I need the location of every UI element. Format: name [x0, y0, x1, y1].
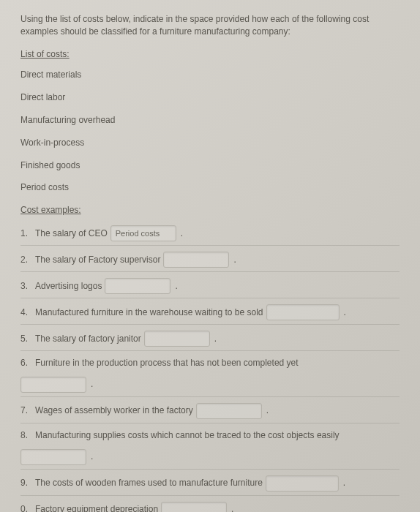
period: . [344, 306, 346, 319]
period: . [214, 333, 217, 345]
example-text: The salary of Factory supervisor [35, 254, 160, 266]
example-number: 9. [20, 477, 28, 489]
example-text: Furniture in the production process that… [35, 357, 299, 369]
period: . [231, 503, 233, 512]
answer-input[interactable] [266, 304, 340, 320]
period: . [91, 378, 93, 391]
answer-input[interactable] [161, 502, 227, 512]
example-row: 3. Advertising logos . [20, 278, 400, 298]
example-row: 4. Manufactured furniture in the warehou… [20, 304, 400, 325]
example-number: 6. [20, 357, 28, 369]
example-text: Factory equipment depreciation [35, 503, 158, 512]
example-row: 7. Wages of assembly worker in the facto… [20, 403, 400, 423]
cost-item: Period costs [20, 181, 400, 194]
example-row: 2. The salary of Factory supervisor . [20, 252, 400, 272]
example-number: 1. [20, 227, 28, 240]
cost-item: Work-in-process [20, 137, 400, 149]
example-number: 5. [20, 333, 28, 345]
example-number: 8. [20, 429, 28, 442]
intro-text: Using the list of costs below, indicate … [20, 13, 400, 38]
example-number: 0. [20, 503, 28, 512]
example-text: The costs of wooden frames used to manuf… [35, 477, 263, 489]
example-row: 1. The salary of CEO Period costs . [20, 225, 400, 246]
answer-input[interactable] [144, 331, 210, 347]
example-row: 0. Factory equipment depreciation . [20, 502, 400, 512]
example-row: 6. Furniture in the production process t… [20, 357, 400, 397]
period: . [181, 227, 183, 240]
answer-input[interactable] [105, 278, 170, 294]
example-text: Wages of assembly worker in the factory [35, 404, 193, 417]
example-text: The salary of CEO [35, 227, 108, 240]
example-text: Manufacturing supplies costs which canno… [35, 429, 340, 442]
example-number: 3. [20, 280, 28, 293]
example-row: 5. The salary of factory janitor . [20, 331, 400, 351]
examples-list: 1. The salary of CEO Period costs . 2. T… [20, 225, 400, 512]
answer-input[interactable] [196, 403, 262, 419]
example-number: 7. [20, 404, 28, 417]
cost-item: Finished goods [20, 159, 400, 172]
period: . [175, 280, 177, 293]
answer-input[interactable] [163, 252, 229, 268]
example-row: 8. Manufacturing supplies costs which ca… [20, 429, 400, 470]
period: . [233, 254, 236, 266]
example-text: Advertising logos [35, 280, 102, 293]
cost-item: Direct labor [20, 91, 400, 104]
period: . [91, 451, 93, 463]
answer-input[interactable] [266, 475, 339, 492]
cost-examples-header: Cost examples: [20, 204, 400, 217]
cost-item: Direct materials [20, 69, 400, 81]
answer-input[interactable] [20, 449, 86, 465]
period: . [266, 404, 269, 417]
example-row: 9. The costs of wooden frames used to ma… [20, 475, 400, 496]
example-number: 2. [20, 254, 28, 266]
cost-item: Manufacturing overhead [20, 114, 400, 127]
example-text: Manufactured furniture in the warehouse … [35, 306, 263, 319]
example-number: 4. [20, 306, 28, 319]
answer-input[interactable]: Period costs [110, 225, 176, 241]
answer-input[interactable] [20, 377, 86, 393]
list-of-costs-header: List of costs: [20, 48, 400, 61]
period: . [343, 477, 345, 489]
example-text: The salary of factory janitor [35, 333, 141, 345]
